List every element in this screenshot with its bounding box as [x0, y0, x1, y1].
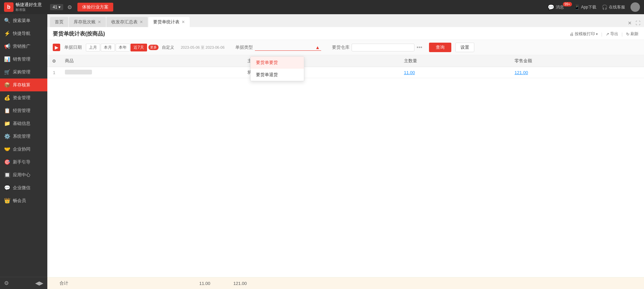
sidebar-label-member: 畅会员 [13, 198, 26, 204]
type-label: 单据类型 [235, 44, 253, 50]
store-selector[interactable]: 41 ▾ [50, 4, 63, 10]
gear-icon: ⚙️ [4, 133, 10, 139]
chat-icon: 💬 [4, 185, 10, 191]
app-download-group[interactable]: 📱 App下载 [574, 4, 596, 10]
sidebar-item-finance[interactable]: 💰 资金管理 [0, 91, 47, 104]
date-btn-this-month[interactable]: 本月 [101, 44, 115, 51]
warehouse-filter-group: 要货仓库 ••• [332, 44, 422, 51]
date-buttons: 上月 本月 本年 近7天 更多 自定义 [86, 44, 177, 51]
sidebar-label-inventory: 库存核算 [13, 82, 30, 88]
sidebar-label-operations: 经营管理 [13, 108, 30, 114]
col-settings-icon[interactable]: ⚙ [52, 59, 56, 64]
export-btn[interactable]: ↗ 导出 [606, 31, 618, 37]
tab-batch-account[interactable]: 库存批次账 ✕ [69, 17, 106, 27]
sidebar-label-basic: 基础信息 [13, 120, 30, 127]
sidebar-item-member[interactable]: 👑 畅会员 [0, 194, 47, 207]
sidebar-scroll: 🔍 搜索菜单 ⚡ 快捷导航 📢 营销推广 📊 销售管理 🛒 采购管理 📦 [0, 14, 47, 277]
filter-bar: ▶ 单据日期 上月 本月 本年 近7天 更多 自定义 2023-05-06 至 … [47, 40, 644, 55]
tab-collection-summary-close[interactable]: ✕ [140, 20, 143, 24]
quantity-link[interactable]: 11.00 [404, 70, 415, 75]
dropdown-item-order[interactable]: 要货单要货 [251, 57, 304, 69]
tab-home[interactable]: 首页 [50, 17, 68, 27]
sidebar-label-finance: 资金管理 [13, 95, 30, 101]
box-icon: 📦 [4, 82, 10, 88]
table-header-row: ⚙ 商品 主计量单位 主数量 零售金额 [47, 55, 644, 67]
tab-close-all-btn[interactable]: ✕ [626, 20, 633, 26]
store-chevron-icon: ▾ [58, 5, 61, 9]
sidebar-label-guide: 新手引导 [13, 159, 30, 165]
set-button[interactable]: 设置 [455, 43, 474, 52]
warehouse-more-icon[interactable]: ••• [416, 44, 422, 50]
tab-home-label: 首页 [55, 19, 64, 25]
tab-expand-btn[interactable]: ⛶ [635, 20, 641, 26]
dropdown-item-return[interactable]: 要货单退货 [251, 69, 304, 81]
col-quantity: 主数量 [400, 55, 510, 67]
sidebar-item-inventory[interactable]: 📦 库存核算 [0, 79, 47, 91]
trial-button[interactable]: 体验行业方案 [77, 3, 113, 12]
date-btn-last-month[interactable]: 上月 [86, 44, 100, 51]
sidebar-item-marketing[interactable]: 📢 营销推广 [0, 40, 47, 53]
message-group[interactable]: 💬 消息 99+ [548, 4, 569, 10]
tab-batch-account-close[interactable]: ✕ [98, 20, 101, 24]
sidebar-label-sales: 销售管理 [13, 56, 30, 62]
folder-icon: 📁 [4, 120, 10, 127]
print-label: 按模板打印 [575, 31, 595, 37]
tab-order-summary-close[interactable]: ✕ [182, 20, 185, 24]
cell-product [61, 67, 243, 78]
sidebar-item-app-center[interactable]: 🔲 应用中心 [0, 169, 47, 181]
col-product: 商品 [61, 55, 243, 67]
filter-expand-btn[interactable]: ▶ [53, 44, 60, 51]
sidebar-label-marketing: 营销推广 [13, 43, 30, 49]
target-icon: 🎯 [4, 159, 10, 165]
query-button[interactable]: 查询 [429, 43, 451, 52]
message-label: 消息 [556, 4, 564, 10]
date-custom-btn[interactable]: 自定义 [159, 44, 177, 51]
sidebar-item-system[interactable]: ⚙️ 系统管理 [0, 130, 47, 143]
lightning-icon: ⚡ [4, 30, 10, 37]
sidebar-item-wechat[interactable]: 💬 企业微信 [0, 181, 47, 194]
sidebar-label-app-center: 应用中心 [13, 172, 30, 178]
sidebar: 🔍 搜索菜单 ⚡ 快捷导航 📢 营销推广 📊 销售管理 🛒 采购管理 📦 [0, 14, 47, 289]
sidebar-item-purchase[interactable]: 🛒 采购管理 [0, 66, 47, 79]
tab-order-summary[interactable]: 要货单统计表 ✕ [148, 17, 190, 27]
grid-icon: 🔲 [4, 172, 10, 178]
type-dropdown: 要货单要货 要货单退货 [250, 56, 304, 81]
user-avatar[interactable] [630, 2, 640, 12]
amount-link[interactable]: 121.00 [515, 70, 528, 75]
sidebar-item-guide[interactable]: 🎯 新手引导 [0, 156, 47, 169]
sidebar-item-basic[interactable]: 📁 基础信息 [0, 117, 47, 130]
content-area: 首页 库存批次账 ✕ 收发存汇总表 ✕ 要货单统计表 ✕ ✕ ⛶ 要 [47, 14, 644, 289]
type-input[interactable] [255, 44, 321, 51]
sidebar-label-system: 系统管理 [13, 133, 30, 139]
app-subtitle: 标准版 [16, 7, 42, 12]
header-left: b 畅捷通好生意 标准版 41 ▾ ⚙ 体验行业方案 [4, 2, 113, 12]
date-btn-this-year[interactable]: 本年 [116, 44, 130, 51]
sidebar-item-search[interactable]: 🔍 搜索菜单 [0, 14, 47, 27]
sidebar-item-operations[interactable]: 📋 经营管理 [0, 104, 47, 117]
date-btn-7days[interactable]: 近7天 [130, 44, 147, 51]
tab-bar-actions: ✕ ⛶ [626, 20, 641, 27]
type-chevron-up-icon[interactable]: ▲ [315, 45, 320, 50]
megaphone-icon: 📢 [4, 43, 10, 49]
action-sep-2: | [622, 31, 623, 37]
collapse-icon[interactable]: ◀▶ [35, 280, 43, 286]
warehouse-input[interactable] [352, 44, 414, 51]
sidebar-label-quick-nav: 快捷导航 [13, 30, 30, 37]
page-content: 要货单统计表(按商品) 🖨 按模板打印 ▾ | ↗ 导出 | ↻ [47, 27, 644, 289]
page-title-bar: 要货单统计表(按商品) 🖨 按模板打印 ▾ | ↗ 导出 | ↻ [47, 27, 644, 40]
header-right: 💬 消息 99+ 📱 App下载 🎧 在线客服 [548, 2, 640, 12]
table-container: ⚙ 商品 主计量单位 主数量 零售金额 1 [47, 55, 644, 277]
print-icon: 🖨 [570, 32, 574, 37]
cell-index: 1 [47, 67, 61, 78]
footer-quantity: 11.00 [170, 281, 210, 286]
settings-bottom-icon[interactable]: ⚙ [4, 280, 9, 286]
sidebar-item-sales[interactable]: 📊 销售管理 [0, 53, 47, 66]
top-header: b 畅捷通好生意 标准版 41 ▾ ⚙ 体验行业方案 💬 消息 99+ 📱 Ap… [0, 0, 644, 14]
tab-collection-summary[interactable]: 收发存汇总表 ✕ [106, 17, 148, 27]
sidebar-item-quick-nav[interactable]: ⚡ 快捷导航 [0, 27, 47, 40]
online-service-group[interactable]: 🎧 在线客服 [602, 4, 625, 10]
refresh-btn[interactable]: ↻ 刷新 [626, 31, 639, 37]
header-settings-icon[interactable]: ⚙ [67, 4, 72, 10]
sidebar-item-enterprise[interactable]: 🤝 企业协同 [0, 143, 47, 156]
print-btn[interactable]: 🖨 按模板打印 ▾ [570, 31, 598, 37]
